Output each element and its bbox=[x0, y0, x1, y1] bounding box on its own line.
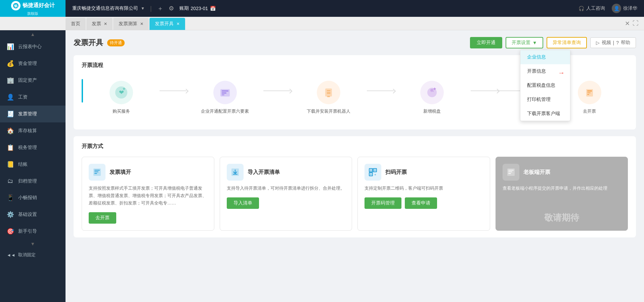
sidebar: ▲ 📊 云报表中心 💰 资金管理 🏢 固定资产 👤 工资 🧾 发票管理 🏠 库存… bbox=[0, 30, 66, 302]
company-name: 重庆畅捷交通信息咨询有限公司 bbox=[72, 5, 138, 11]
svg-text:+: + bbox=[433, 86, 436, 91]
flow-step-2-icon bbox=[213, 81, 237, 104]
method-cards: 发票填开 支持按照发票样式手工填开发票；可开具增值税电子普通发票、增值税普通发票… bbox=[82, 157, 628, 231]
method-card-boss: 老板端开票 查看老板端小程序提交的开票申请，并作出相应的处理 敬请期待 bbox=[496, 157, 628, 231]
method-card-boss-header: 老板端开票 bbox=[503, 164, 621, 181]
flow-step-4-icon: 税 + bbox=[420, 81, 444, 104]
coming-soon-overlay: 敬请期待 bbox=[544, 212, 579, 224]
dropdown-arrow-icon: ▼ bbox=[532, 40, 537, 45]
tab-invoice-issue[interactable]: 发票开具 ✕ bbox=[149, 18, 185, 30]
inventory-icon: 🏠 bbox=[7, 127, 14, 135]
sidebar-item-settle[interactable]: 📒 结账 bbox=[0, 156, 66, 173]
sidebar-item-archive[interactable]: 🗂 归档管理 bbox=[0, 173, 66, 189]
method-card-scan: + 扫码开票 支持定制开票二维码，客户端可扫码开票 开票码管理 查看申请 bbox=[357, 157, 490, 231]
method-card-import: 导入开票清单 支持导入待开票清单，可对待开票清单进行拆分、合并处理。 导入清单 bbox=[220, 157, 352, 231]
headphone-icon: 🎧 bbox=[578, 6, 584, 11]
tab-invoice-calc-close[interactable]: ✕ bbox=[140, 22, 143, 26]
sidebar-item-assets[interactable]: 🏢 固定资产 bbox=[0, 72, 66, 89]
sidebar-cancel-pin[interactable]: ◄◄ 取消固定 bbox=[0, 248, 66, 262]
sidebar-item-salary[interactable]: 👤 工资 bbox=[0, 89, 66, 106]
scan-icon: + bbox=[364, 164, 381, 181]
tab-expand-button[interactable]: ⛶ bbox=[633, 20, 639, 27]
sidebar-item-invoice[interactable]: 🧾 发票管理 bbox=[0, 106, 66, 122]
flow-step-1: ❤ + 购买服务 bbox=[83, 81, 160, 114]
flow-step-1-icon: ❤ + bbox=[110, 81, 133, 104]
status-badge: 待开通 bbox=[107, 39, 125, 46]
svg-rect-11 bbox=[327, 96, 330, 97]
svg-rect-6 bbox=[222, 90, 228, 91]
import-title: 导入开票清单 bbox=[248, 169, 280, 176]
method-card-import-header: 导入开票清单 bbox=[227, 164, 345, 181]
sidebar-scroll-up[interactable]: ▲ bbox=[0, 30, 66, 38]
tab-invoice-close[interactable]: ✕ bbox=[104, 22, 107, 26]
top-bar: 畅 畅捷通好会计 旗舰版 重庆畅捷交通信息咨询有限公司 ▼ | ＋ ⚙ 账期 2… bbox=[0, 0, 644, 17]
finance-icon: 💰 bbox=[7, 60, 14, 67]
svg-rect-35 bbox=[508, 173, 511, 174]
sidebar-scroll-down[interactable]: ▼ bbox=[0, 240, 66, 248]
calendar-icon[interactable]: 📅 bbox=[210, 6, 216, 11]
tab-invoice-calc-label: 发票测算 bbox=[119, 21, 137, 27]
tab-home[interactable]: 首页 bbox=[66, 18, 86, 30]
fill-goto-button[interactable]: 去开票 bbox=[89, 212, 116, 224]
sidebar-item-assets-label: 固定资产 bbox=[18, 77, 37, 83]
sidebar-item-finance-label: 资金管理 bbox=[18, 61, 37, 67]
logo-text: 畅捷通好会计 bbox=[23, 2, 55, 9]
dropdown-company-info[interactable]: 企业信息 bbox=[520, 50, 570, 64]
boss-title: 老板端开票 bbox=[523, 169, 550, 176]
avatar: 👤 bbox=[612, 4, 621, 13]
video-help-button[interactable]: ▷ 视频 | ? 帮助 bbox=[590, 37, 636, 48]
qrcode-manage-button[interactable]: 开票码管理 bbox=[364, 197, 401, 209]
sidebar-item-invoice-label: 发票管理 bbox=[18, 111, 37, 117]
user-profile[interactable]: 👤 徐泽华 bbox=[612, 4, 637, 13]
assets-icon: 🏢 bbox=[7, 77, 14, 84]
sidebar-item-inventory[interactable]: 🏠 库存核算 bbox=[0, 122, 66, 139]
svg-text:☰: ☰ bbox=[327, 89, 331, 95]
chevron-down-icon: ▼ bbox=[141, 6, 145, 11]
fill-desc: 支持按照发票样式手工填开发票；可开具增值税电子普通发票、增值税普通发票、增值税专… bbox=[89, 185, 207, 207]
sidebar-item-expense[interactable]: 📱 小畅报销 bbox=[0, 189, 66, 206]
fill-icon bbox=[89, 164, 105, 181]
dropdown-download-client[interactable]: 下载开票客户端 bbox=[520, 107, 570, 121]
guide-icon: 🎯 bbox=[7, 228, 14, 235]
settings-icon[interactable]: ⚙ bbox=[169, 5, 174, 12]
support-button[interactable]: 🎧 人工咨询 bbox=[578, 5, 605, 11]
sidebar-item-settings[interactable]: ⚙️ 基础设置 bbox=[0, 206, 66, 223]
import-list-button[interactable]: 导入清单 bbox=[227, 197, 259, 209]
svg-rect-18 bbox=[587, 94, 589, 95]
svg-rect-22 bbox=[94, 173, 97, 174]
tab-bar: 首页 发票 ✕ 发票测算 ✕ 发票开具 ✕ ✕ ⛶ bbox=[0, 17, 644, 30]
svg-text:畅: 畅 bbox=[14, 4, 17, 8]
sidebar-item-finance[interactable]: 💰 资金管理 bbox=[0, 55, 66, 72]
page-header: 发票开具 待开通 立即开通 开票设置 ▼ 异常清单查询 ▷ 视频 | ? 帮助 bbox=[74, 37, 636, 48]
method-card-fill-header: 发票填开 bbox=[89, 164, 207, 181]
flow-step-5-label: 去开票 bbox=[583, 108, 596, 114]
view-application-button[interactable]: 查看申请 bbox=[405, 197, 437, 209]
tab-invoice-label: 发票 bbox=[92, 21, 101, 27]
svg-rect-21 bbox=[94, 172, 98, 172]
flow-step-4: 税 + 新增税盘 bbox=[394, 81, 470, 114]
tab-invoice[interactable]: 发票 ✕ bbox=[86, 18, 113, 30]
logo-sub: 旗舰版 bbox=[27, 11, 38, 16]
sidebar-item-guide[interactable]: 🎯 新手引导 bbox=[0, 223, 66, 240]
tab-invoice-issue-close[interactable]: ✕ bbox=[176, 22, 180, 26]
dropdown-tax-config[interactable]: 配置税盘信息 bbox=[520, 78, 570, 92]
invoice-settings-button[interactable]: 开票设置 ▼ bbox=[506, 37, 543, 48]
import-icon bbox=[227, 164, 244, 181]
methods-title: 开票方式 bbox=[82, 143, 628, 150]
dropdown-printer[interactable]: 打印机管理 bbox=[520, 92, 570, 107]
question-icon: ? bbox=[616, 40, 619, 45]
help-label: 帮助 bbox=[621, 40, 630, 46]
abnormal-list-button[interactable]: 异常清单查询 bbox=[547, 37, 587, 48]
sidebar-item-cloud-reports[interactable]: 📊 云报表中心 bbox=[0, 38, 66, 55]
invoice-icon: 🧾 bbox=[7, 110, 14, 118]
add-tab-button[interactable]: ＋ bbox=[157, 4, 163, 12]
tab-invoice-calc[interactable]: 发票测算 ✕ bbox=[113, 18, 149, 30]
dropdown-invoice-info[interactable]: 开票信息 bbox=[520, 64, 570, 78]
tab-close-all-button[interactable]: ✕ bbox=[625, 20, 630, 27]
company-selector[interactable]: 重庆畅捷交通信息咨询有限公司 ▼ bbox=[72, 5, 145, 11]
period-label: 账期 bbox=[179, 5, 189, 11]
svg-rect-29 bbox=[374, 169, 376, 171]
activate-button[interactable]: 立即开通 bbox=[470, 37, 502, 48]
logo-area: 畅 畅捷通好会计 旗舰版 bbox=[0, 0, 66, 17]
sidebar-item-tax[interactable]: 📋 税务管理 bbox=[0, 139, 66, 156]
